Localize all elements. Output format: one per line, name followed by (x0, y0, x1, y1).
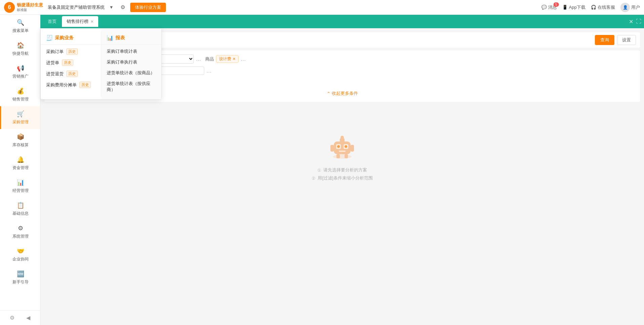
sidebar-item-guide[interactable]: 🆕 新手引导 (0, 266, 40, 289)
money-icon: 💰 (17, 87, 24, 95)
svg-point-0 (333, 155, 352, 159)
query-btn[interactable]: 查询 (595, 35, 614, 45)
message-icon: 💬 (541, 5, 547, 10)
status-more-btn[interactable]: … (196, 56, 201, 62)
dropdown-report-section: 📊 报表 采购订单统计表 采购订单执行表 进货单统计表（按商品） 进货单统计表（… (101, 29, 162, 99)
system-name: 装备及固定资产辅助管理系统 (48, 4, 105, 10)
toolbar-right: 查询 设置 (595, 35, 636, 45)
list-icon: 📋 (17, 202, 24, 209)
sidebar-footer: ⚙ ◀ (0, 310, 40, 325)
sidebar-settings-btn[interactable]: ⚙ (10, 315, 14, 321)
industry-btn[interactable]: 体验行业方案 (130, 3, 166, 12)
sidebar-item-operation-label: 经营管理 (12, 188, 29, 194)
inbound-by-goods-label: 进货单统计表（按商品） (107, 70, 155, 76)
tab-close-btn[interactable]: ✕ (91, 19, 94, 24)
purchase-section-title: 🧾 采购业务 (41, 33, 101, 43)
sidebar-item-enterprise[interactable]: 🤝 企业协同 (0, 243, 40, 266)
system-dropdown-btn[interactable]: ▼ (107, 3, 115, 11)
purchase-section-icon: 🧾 (46, 35, 53, 41)
sidebar-collapse-btn[interactable]: ◀ (26, 315, 30, 321)
return-label: 进货退货 (46, 71, 64, 77)
message-badge: 5 (553, 2, 559, 7)
dropdown-item-expense[interactable]: 采购费用分摊单 历史 (41, 79, 101, 90)
po-exec-label: 采购订单执行表 (107, 59, 137, 65)
user-area[interactable]: 👤 用户 (620, 3, 640, 12)
sidebar-item-guide-label: 新手引导 (12, 279, 29, 285)
search-icon: 🔍 (17, 19, 24, 26)
svg-rect-12 (345, 154, 348, 158)
goods-tag-text: 设计费 (219, 56, 231, 62)
goods-tag: 设计费 ✕ (216, 55, 239, 63)
phone-icon: 📱 (562, 5, 568, 10)
message-btn[interactable]: 💬 5 消息 (541, 4, 557, 10)
chart-icon: 📊 (17, 179, 24, 186)
chevron-up-icon: ⌃ (327, 91, 330, 96)
empty-hint1-text: 请先选择要分析的方案 (323, 167, 367, 173)
user-avatar: 👤 (620, 3, 630, 12)
empty-state: ① 请先选择要分析的方案 ② 用[过滤]条件来缩小分析范围 (44, 105, 640, 208)
po-stats-label: 采购订单统计表 (107, 48, 137, 54)
goods-more-btn[interactable]: … (241, 56, 246, 62)
handshake-icon: 🤝 (17, 247, 24, 255)
dropdown-item-po-exec[interactable]: 采购订单执行表 (101, 57, 162, 68)
dropdown-item-po-stats[interactable]: 采购订单统计表 (101, 46, 162, 57)
goods-tag-close[interactable]: ✕ (232, 57, 236, 61)
salesman-more-btn[interactable]: … (206, 68, 212, 74)
collapse-btn[interactable]: ⌃ 收起更多条件 (327, 90, 358, 96)
header-right: 💬 5 消息 📱 App下载 🎧 在线客服 👤 用户 (541, 3, 640, 12)
sidebar-item-system[interactable]: ⚙ 系统管理 (0, 220, 40, 243)
logo-area: 6 畅捷通好生意 标准版 (4, 2, 44, 13)
settings-btn[interactable]: 设置 (617, 35, 636, 45)
sidebar-item-basic-info-label: 基础信息 (12, 211, 29, 216)
return-history: 历史 (66, 71, 78, 77)
user-label: 用户 (631, 4, 640, 10)
sidebar-item-inventory-label: 库存核算 (12, 142, 29, 148)
sidebar-item-operation[interactable]: 📊 经营管理 (0, 175, 40, 198)
sidebar-item-purchase-label: 采购管理 (12, 119, 29, 125)
online-service-label: 在线客服 (598, 4, 615, 10)
tab-sales-rank[interactable]: 销售排行榜 ✕ (62, 16, 98, 27)
header-settings-btn[interactable]: ⚙ (118, 3, 128, 12)
dropdown-item-inbound-by-goods[interactable]: 进货单统计表（按商品） (101, 68, 162, 78)
home-icon: 🏠 (17, 42, 24, 49)
tab-sales-rank-label: 销售排行榜 (67, 18, 88, 25)
online-service-btn[interactable]: 🎧 在线客服 (591, 4, 615, 10)
megaphone-icon: 📢 (17, 65, 24, 72)
sidebar-item-basic-info[interactable]: 📋 基础信息 (0, 198, 40, 220)
logo-icon: 6 (4, 2, 15, 13)
sidebar-item-sales[interactable]: 💰 销售管理 (0, 83, 40, 106)
sidebar-item-enterprise-label: 企业协同 (12, 256, 29, 262)
cart-icon: 🛒 (17, 110, 24, 118)
tab-expand-btn[interactable]: ⛶ (636, 18, 641, 25)
purchase-order-history: 历史 (66, 48, 78, 55)
sidebar-item-quick-nav[interactable]: 🏠 快捷导航 (0, 38, 40, 60)
box-icon: 📦 (17, 133, 24, 140)
svg-rect-10 (351, 145, 354, 152)
purchase-section-label: 采购业务 (55, 35, 74, 41)
sidebar-item-marketing[interactable]: 📢 营销推广 (0, 60, 40, 83)
dropdown-item-inbound-by-supplier[interactable]: 进货单统计表（按供应商） (101, 78, 162, 95)
sidebar-item-search-label: 搜索菜单 (12, 28, 29, 34)
new-icon: 🆕 (17, 270, 24, 278)
bell-icon: 🔔 (17, 156, 24, 163)
sidebar-item-quick-nav-label: 快捷导航 (12, 51, 29, 56)
expense-label: 采购费用分摊单 (46, 82, 77, 88)
dropdown-item-purchase-order[interactable]: 采购订单 历史 (41, 46, 101, 57)
sidebar-item-search[interactable]: 🔍 搜索菜单 (0, 15, 40, 38)
app-download-btn[interactable]: 📱 App下载 (562, 4, 585, 10)
tab-close-all-btn[interactable]: ✕ (629, 18, 633, 25)
collapse-label: 收起更多条件 (332, 90, 358, 96)
sidebar-item-inventory[interactable]: 📦 库存核算 (0, 129, 40, 152)
dropdown-item-return[interactable]: 进货退货 历史 (41, 68, 101, 79)
tab-home-label: 首页 (48, 18, 57, 25)
sidebar-item-finance[interactable]: 🔔 资金管理 (0, 152, 40, 175)
tab-home[interactable]: 首页 (43, 16, 61, 27)
tab-bar: 首页 销售排行榜 ✕ ✕ ⛶ (40, 15, 644, 28)
headset-icon: 🎧 (591, 5, 596, 10)
dropdown-item-inbound[interactable]: 进货单 历史 (41, 57, 101, 68)
app-download-label: App下载 (569, 4, 585, 10)
sidebar-item-purchase[interactable]: 🛒 采购管理 (0, 106, 40, 129)
svg-point-5 (345, 145, 347, 148)
svg-point-8 (341, 136, 344, 139)
sidebar-item-sales-label: 销售管理 (12, 96, 29, 102)
